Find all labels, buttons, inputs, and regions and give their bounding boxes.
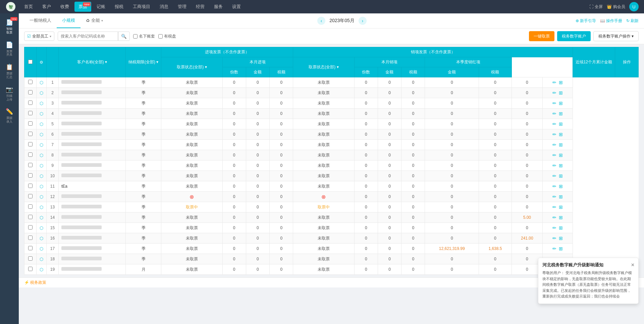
row-checkbox[interactable] — [28, 267, 33, 271]
row-expand-button[interactable]: ⬡ — [40, 111, 43, 116]
th-income-status[interactable]: 取票状态(全部) ▾ — [161, 57, 222, 77]
row-checkbox[interactable] — [28, 225, 33, 230]
row-copy-button[interactable]: ⊞ — [558, 173, 564, 179]
refresh-link[interactable]: ↻ 刷新 — [626, 18, 639, 24]
fullscreen-button[interactable]: ⛶ 全屏 — [589, 4, 603, 10]
row-edit-button[interactable]: ✏ — [552, 224, 557, 231]
row-checkbox[interactable] — [28, 215, 33, 219]
checkbox-tax[interactable]: 有税盘 — [158, 34, 176, 39]
member-button[interactable]: 👑 购会员 — [607, 4, 625, 10]
digital-account-button[interactable]: 税务数字账户 — [557, 31, 591, 41]
nav-item-accounting[interactable]: 记账 — [93, 2, 109, 12]
row-copy-button[interactable]: ⊞ — [558, 235, 564, 242]
row-expand-button[interactable]: ⬡ — [40, 153, 43, 158]
row-expand-button[interactable]: ⬡ — [40, 90, 43, 95]
row-copy-button[interactable]: ⊞ — [558, 193, 564, 200]
row-edit-button[interactable]: ✏ — [552, 245, 557, 252]
row-checkbox[interactable] — [28, 163, 33, 167]
row-copy-button[interactable]: ⊞ — [558, 162, 564, 169]
row-checkbox[interactable] — [28, 246, 33, 250]
tab-all-capability[interactable]: ♻ 全能 ▾ — [80, 13, 108, 28]
new-guide-link[interactable]: ⊕ 新手引导 — [576, 18, 596, 24]
sidebar-item-summary[interactable]: 📋 票据汇总 — [0, 61, 19, 82]
nav-item-clients[interactable]: 客户 — [38, 2, 55, 12]
row-expand-button[interactable]: ⬡ — [40, 122, 43, 127]
employee-select[interactable]: ☑ 全部员工 ▾ — [24, 31, 54, 41]
row-checkbox[interactable] — [28, 90, 33, 94]
row-edit-button[interactable]: ✏ — [552, 193, 557, 200]
tab-small-scale[interactable]: 小规模 — [57, 13, 80, 28]
row-edit-button[interactable]: ✏ — [552, 204, 557, 210]
nav-item-operation[interactable]: 经营 — [192, 2, 209, 12]
row-edit-button[interactable]: ✏ — [552, 214, 557, 221]
nav-item-manage[interactable]: 管理 — [174, 2, 191, 12]
nav-item-tax[interactable]: 报税 — [111, 2, 127, 12]
nav-item-service[interactable]: 服务 — [210, 2, 227, 12]
tax-policy-link[interactable]: ⚡ 税务政策 — [24, 280, 46, 285]
row-expand-button[interactable]: ⬡ — [40, 215, 43, 220]
row-edit-button[interactable]: ✏ — [552, 152, 557, 158]
row-expand-button[interactable]: ⬡ — [40, 80, 43, 85]
nav-item-invoices[interactable]: 票据 new — [74, 2, 91, 12]
row-edit-button[interactable]: ✏ — [552, 110, 557, 117]
row-checkbox[interactable] — [28, 142, 33, 146]
row-copy-button[interactable]: ⊞ — [558, 110, 564, 117]
row-checkbox[interactable] — [28, 152, 33, 157]
row-copy-button[interactable]: ⊞ — [558, 204, 564, 210]
row-edit-button[interactable]: ✏ — [552, 141, 557, 148]
account-checkbox[interactable] — [133, 34, 138, 39]
avatar[interactable]: U — [629, 2, 639, 11]
manual-link[interactable]: 📖 操作手册 — [600, 18, 622, 24]
app-logo[interactable]: 智 — [5, 1, 16, 12]
nav-item-messages[interactable]: 消息 — [156, 2, 172, 12]
row-expand-button[interactable]: ⬡ — [40, 194, 43, 199]
row-copy-button[interactable]: ⊞ — [558, 183, 564, 190]
nav-item-billing[interactable]: 收费 — [56, 2, 73, 12]
row-copy-button[interactable]: ⊞ — [558, 224, 564, 231]
row-expand-button[interactable]: ⬡ — [40, 225, 43, 231]
row-copy-button[interactable]: ⊞ — [558, 214, 564, 221]
digital-ops-button[interactable]: 税务数字账户操作 ▾ — [593, 31, 639, 41]
row-copy-button[interactable]: ⊞ — [558, 131, 564, 138]
th-name[interactable]: 客户名称(全部) ▾ — [59, 47, 126, 77]
row-edit-button[interactable]: ✏ — [552, 89, 557, 96]
tax-checkbox[interactable] — [158, 34, 163, 39]
row-expand-button[interactable]: ⬡ — [40, 205, 43, 210]
row-copy-button[interactable]: ⊞ — [558, 79, 564, 86]
row-edit-button[interactable]: ✏ — [552, 121, 557, 127]
nav-item-business[interactable]: 工商项目 — [129, 2, 154, 12]
row-edit-button[interactable]: ✏ — [552, 131, 557, 138]
row-checkbox[interactable] — [28, 256, 33, 261]
row-expand-button[interactable]: ⬡ — [40, 246, 43, 251]
row-expand-button[interactable]: ⬡ — [40, 163, 43, 168]
row-edit-button[interactable]: ✏ — [552, 173, 557, 179]
row-edit-button[interactable]: ✏ — [552, 79, 557, 86]
row-checkbox[interactable] — [28, 194, 33, 198]
one-click-button[interactable]: 一键取票 — [529, 31, 554, 41]
tab-general-taxpayer[interactable]: 一般纳税人 — [24, 13, 57, 28]
sidebar-item-invoice-open[interactable]: 📄 发票开具 — [0, 39, 19, 60]
row-expand-button[interactable]: ⬡ — [40, 174, 43, 179]
row-copy-button[interactable]: ⊞ — [558, 89, 564, 96]
row-checkbox[interactable] — [28, 132, 33, 136]
sidebar-item-scan-upload[interactable]: 📷 扫描上传 — [0, 83, 19, 104]
checkbox-account[interactable]: 名下账套 — [133, 34, 155, 39]
row-edit-button[interactable]: ✏ — [552, 235, 557, 242]
search-input[interactable] — [58, 31, 118, 41]
row-copy-button[interactable]: ⊞ — [558, 141, 564, 148]
row-expand-button[interactable]: ⬡ — [40, 267, 43, 272]
sidebar-item-smart-invoice[interactable]: 🧾 智能取票 new — [0, 16, 19, 37]
row-edit-button[interactable]: ✏ — [552, 100, 557, 107]
prev-period-button[interactable]: ‹ — [317, 17, 325, 25]
row-checkbox[interactable] — [28, 173, 33, 178]
row-checkbox[interactable] — [28, 184, 33, 188]
row-edit-button[interactable]: ✏ — [552, 183, 557, 190]
search-button[interactable]: 🔍 — [118, 31, 130, 41]
row-checkbox[interactable] — [28, 111, 33, 115]
row-expand-button[interactable]: ⬡ — [40, 257, 43, 262]
row-expand-button[interactable]: ⬡ — [40, 132, 43, 137]
row-copy-button[interactable]: ⊞ — [558, 152, 564, 158]
sidebar-item-ticket-entry[interactable]: ✏️ 票据录入 — [0, 105, 19, 126]
select-all-checkbox[interactable] — [28, 60, 33, 64]
row-edit-button[interactable]: ✏ — [552, 162, 557, 169]
